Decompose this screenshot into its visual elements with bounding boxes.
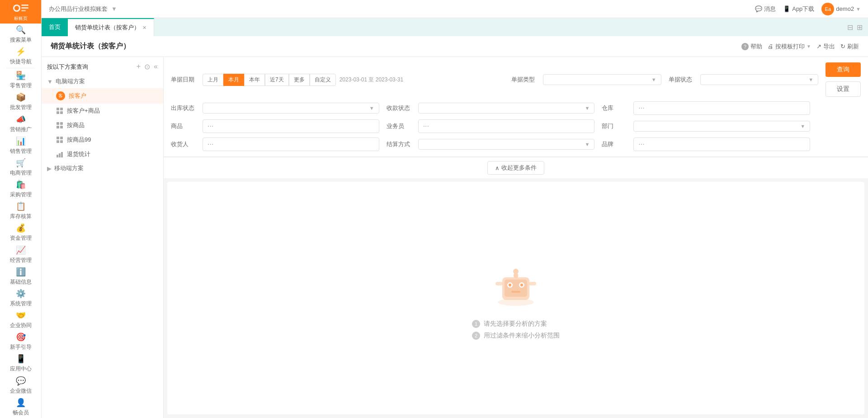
sidebar-item-retail[interactable]: 🏪 零售管理 bbox=[0, 69, 42, 91]
order-type-label: 单据类型 bbox=[511, 76, 543, 84]
sidebar-item-wechat[interactable]: 💬 企业微信 bbox=[0, 375, 42, 396]
scheme-item-by-customer[interactable]: 客 按客户 bbox=[42, 88, 163, 104]
ship-status-select[interactable]: ▼ bbox=[203, 103, 379, 114]
sidebar-divider bbox=[6, 68, 35, 68]
sidebar-item-guide[interactable]: 🎯 新手引导 bbox=[0, 331, 42, 352]
product-select[interactable]: ··· bbox=[203, 119, 379, 133]
sidebar-item-member[interactable]: 👤 畅会员 bbox=[0, 396, 42, 418]
setup-button[interactable]: 设置 bbox=[826, 81, 861, 97]
sidebar-item-system[interactable]: ⚙️ 系统管理 bbox=[0, 287, 42, 309]
page-content: 销货单统计表（按客户） ? 帮助 🖨 按模板打印 ▼ ↗ 导出 ↻ 刷新 bbox=[42, 36, 868, 418]
warehouse-label: 仓库 bbox=[602, 104, 633, 112]
scheme-item-product[interactable]: 按商品 bbox=[42, 118, 163, 133]
order-status-select[interactable]: ▼ bbox=[700, 74, 818, 85]
sidebar-item-label-wechat: 企业微信 bbox=[10, 387, 32, 395]
sidebar-item-management[interactable]: 📈 经营管理 bbox=[0, 244, 42, 266]
sidebar-item-collab[interactable]: 🤝 企业协同 bbox=[0, 309, 42, 331]
add-scheme-button[interactable]: + bbox=[137, 62, 141, 71]
scheme-group-mobile: ▶ 移动端方案 bbox=[42, 162, 163, 175]
scheme-icon-return bbox=[56, 151, 63, 158]
help-button[interactable]: ? 帮助 bbox=[741, 43, 762, 51]
salesperson-select[interactable]: ··· bbox=[418, 119, 595, 133]
retail-icon: 🏪 bbox=[16, 71, 26, 81]
query-button[interactable]: 查询 bbox=[826, 62, 861, 77]
settings-scheme-button[interactable]: ⊙ bbox=[144, 62, 150, 71]
sidebar-item-purchase[interactable]: 🛍️ 采购管理 bbox=[0, 178, 42, 200]
sidebar-item-label-guide: 新手引导 bbox=[10, 343, 32, 351]
receiver-input[interactable]: ··· bbox=[203, 138, 379, 151]
date-btn-last-month[interactable]: 上月 bbox=[203, 74, 223, 86]
user-menu[interactable]: Ea demo2 ▼ bbox=[821, 3, 861, 15]
scheme-item-product99[interactable]: 按商品99 bbox=[42, 133, 163, 147]
svg-rect-12 bbox=[60, 126, 63, 128]
product-label: 商品 bbox=[171, 122, 203, 130]
svg-rect-19 bbox=[61, 152, 63, 157]
minimize-window-icon[interactable]: ⊟ bbox=[847, 23, 853, 32]
date-btn-more[interactable]: 更多 bbox=[289, 74, 310, 86]
scheme-label-customer: 按客户 bbox=[69, 92, 86, 100]
user-chevron-icon: ▼ bbox=[856, 6, 861, 12]
scheme-group-mobile-title[interactable]: ▶ 移动端方案 bbox=[42, 162, 163, 175]
date-filter-label: 单据日期 bbox=[171, 76, 203, 84]
refresh-button[interactable]: ↻ 刷新 bbox=[840, 43, 859, 51]
maximize-window-icon[interactable]: ⊞ bbox=[857, 23, 863, 32]
sales-stat-tab-label: 销货单统计表（按客户） bbox=[75, 24, 140, 32]
payment-status-select[interactable]: ▼ bbox=[418, 103, 595, 114]
sidebar-item-label-collab: 企业协同 bbox=[10, 322, 32, 329]
scheme-group-pc-title[interactable]: ▼ 电脑端方案 bbox=[42, 75, 163, 88]
settlement-chevron-icon: ▼ bbox=[585, 142, 590, 147]
sidebar-item-nav[interactable]: ⚡ 快捷导航 bbox=[0, 45, 42, 67]
left-panel-actions: + ⊙ « bbox=[137, 62, 158, 71]
department-select[interactable]: ▼ bbox=[633, 121, 810, 132]
marketing-icon: 📣 bbox=[16, 114, 26, 124]
tab-sales-stat[interactable]: 销货单统计表（按客户） ✕ bbox=[68, 18, 154, 36]
date-btn-custom[interactable]: 自定义 bbox=[310, 74, 336, 86]
tab-close-icon[interactable]: ✕ bbox=[142, 25, 146, 31]
svg-rect-18 bbox=[59, 153, 61, 157]
collab-icon: 🤝 bbox=[16, 310, 26, 320]
sidebar-item-marketing[interactable]: 📣 营销推广 bbox=[0, 113, 42, 135]
sidebar-item-label-purchase: 采购管理 bbox=[10, 191, 32, 199]
print-button[interactable]: 🖨 按模板打印 ▼ bbox=[768, 43, 811, 51]
salesperson-value: ··· bbox=[423, 122, 429, 130]
sidebar-item-ecommerce[interactable]: 🛒 电商管理 bbox=[0, 157, 42, 178]
app-download-icon: 📱 bbox=[783, 5, 790, 12]
sidebar-item-basic[interactable]: ℹ️ 基础信息 bbox=[0, 266, 42, 287]
sidebar-item-search[interactable]: 🔍 搜索菜单 bbox=[0, 24, 42, 45]
brand-select[interactable]: ··· bbox=[633, 138, 810, 151]
dropdown-chevron-icon[interactable]: ▼ bbox=[111, 5, 117, 12]
order-type-select[interactable]: ▼ bbox=[543, 74, 661, 85]
sidebar-item-wholesale[interactable]: 📦 批发管理 bbox=[0, 91, 42, 113]
settlement-select[interactable]: ▼ bbox=[418, 139, 595, 150]
scheme-icon-p99 bbox=[56, 136, 63, 143]
empty-illustration bbox=[489, 257, 543, 313]
home-tab-label: 首页 bbox=[49, 23, 61, 31]
collapse-panel-button[interactable]: « bbox=[154, 62, 158, 71]
date-btn-last-7days[interactable]: 近7天 bbox=[265, 74, 289, 86]
sidebar-item-inventory[interactable]: 📋 库存核算 bbox=[0, 200, 42, 222]
scheme-item-customer-product[interactable]: 按客户+商品 bbox=[42, 104, 163, 118]
sidebar-item-sales[interactable]: 📊 销售管理 bbox=[0, 135, 42, 157]
warehouse-select[interactable]: ··· bbox=[633, 101, 810, 115]
svg-rect-11 bbox=[57, 126, 59, 128]
export-button[interactable]: ↗ 导出 bbox=[816, 43, 835, 51]
collapse-button[interactable]: ∧ 收起更多条件 bbox=[487, 161, 544, 175]
svg-rect-31 bbox=[529, 282, 536, 285]
sidebar-item-label-search: 搜索菜单 bbox=[10, 36, 32, 44]
date-btn-this-year[interactable]: 本年 bbox=[244, 74, 265, 86]
sidebar-item-label-inventory: 库存核算 bbox=[10, 213, 32, 220]
department-chevron-icon: ▼ bbox=[800, 124, 805, 129]
right-panel: 单据日期 上月 本月 本年 近7天 更多 自定义 2023-03-01 至 20… bbox=[164, 57, 868, 418]
message-icon: 💬 bbox=[755, 5, 762, 12]
sidebar-item-label-nav: 快捷导航 bbox=[10, 58, 32, 66]
refresh-icon: ↻ bbox=[840, 43, 845, 50]
message-button[interactable]: 💬 消息 bbox=[755, 5, 776, 13]
filter-area: 单据日期 上月 本月 本年 近7天 更多 自定义 2023-03-01 至 20… bbox=[164, 57, 868, 157]
scheme-item-return[interactable]: 退货统计 bbox=[42, 147, 163, 162]
date-btn-this-month[interactable]: 本月 bbox=[223, 74, 244, 86]
sidebar-item-finance[interactable]: 💰 资金管理 bbox=[0, 222, 42, 243]
tab-home[interactable]: 首页 bbox=[42, 18, 68, 36]
app-download-button[interactable]: 📱 App下载 bbox=[783, 5, 814, 13]
sidebar-item-apps[interactable]: 📱 应用中心 bbox=[0, 352, 42, 374]
help-icon: ? bbox=[741, 43, 749, 50]
